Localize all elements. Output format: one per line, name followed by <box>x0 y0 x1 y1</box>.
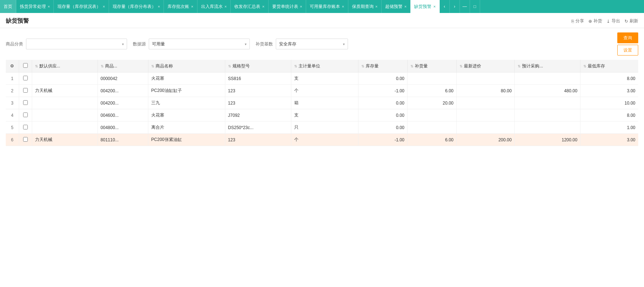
row-goods-code: 004800... <box>97 122 148 134</box>
export-icon: ⤓ <box>606 19 610 24</box>
tab-overstock-close[interactable]: × <box>404 4 406 9</box>
th-replenish[interactable]: ⇅ 补货量 <box>408 60 457 72</box>
tab-stock-dist[interactable]: 现存量（库存分布表） × <box>109 0 164 13</box>
replenish-base-select[interactable]: 安全库存 ▾ <box>276 39 348 49</box>
th-goods-name[interactable]: ⇅ 商品名称 <box>148 60 225 72</box>
row-supplier <box>32 97 97 109</box>
row-est-purchase <box>515 122 580 134</box>
row-replenish: 20.00 <box>408 97 457 109</box>
row-replenish <box>408 122 457 134</box>
table-row: 2 力天机械 004200... PC200油缸缸子 123 个 -1.00 6… <box>6 85 638 97</box>
tab-requisition-close[interactable]: × <box>300 4 302 9</box>
row-checkbox[interactable] <box>23 76 28 80</box>
row-stock: -1.00 <box>358 85 408 97</box>
column-settings-icon[interactable]: ⚙ <box>9 63 16 69</box>
tab-stock-status-close[interactable]: × <box>103 4 105 9</box>
row-replenish <box>408 72 457 85</box>
row-stock: 0.00 <box>358 109 408 122</box>
row-replenish: 6.00 <box>408 85 457 97</box>
row-supplier <box>32 122 97 134</box>
row-checkbox[interactable] <box>23 100 28 105</box>
row-est-purchase <box>515 97 580 109</box>
row-latest-price: 200.00 <box>457 134 515 146</box>
row-unit: 支 <box>291 72 358 85</box>
row-num: 3 <box>6 97 19 109</box>
row-checkbox[interactable] <box>23 125 28 129</box>
row-checkbox[interactable] <box>23 137 28 142</box>
share-button[interactable]: ⎘ 分享 <box>571 18 584 24</box>
row-goods-name: 火花塞 <box>148 109 225 122</box>
row-spec: J7092 <box>225 109 291 122</box>
page-container: 缺货预警 ⎘ 分享 ⊕ 补货 ⤓ 导出 ↻ 刷新 商品分类 <box>0 13 644 287</box>
row-checkbox[interactable] <box>23 88 28 93</box>
select-all-checkbox[interactable] <box>23 63 28 68</box>
row-stock: 0.00 <box>358 72 408 85</box>
row-check <box>19 122 32 134</box>
row-checkbox[interactable] <box>23 112 28 117</box>
datasource-select[interactable]: 可用量 ▾ <box>149 39 250 49</box>
query-button[interactable]: 查询 <box>617 32 638 43</box>
category-select[interactable]: ▾ <box>26 39 127 49</box>
row-supplier <box>32 72 97 85</box>
row-goods-name: PC200油缸缸子 <box>148 85 225 97</box>
tab-requisition[interactable]: 要货单统计表 × <box>269 0 306 13</box>
th-unit[interactable]: ⇅ 主计量单位 <box>291 60 358 72</box>
tab-exception-close[interactable]: × <box>48 4 50 9</box>
row-latest-price <box>457 97 515 109</box>
th-min-stock[interactable]: ⇅ 最低库存 <box>580 60 638 72</box>
th-default-supplier[interactable]: ⇅ 默认供应... <box>32 60 97 72</box>
tab-stock-dist-close[interactable]: × <box>158 4 160 9</box>
tab-shortage[interactable]: 缺货预警 × <box>410 0 439 13</box>
tab-collect-close[interactable]: × <box>262 4 264 9</box>
export-button[interactable]: ⤓ 导出 <box>606 18 620 24</box>
tab-stock-status[interactable]: 现存量（库存状况表） × <box>54 0 109 13</box>
th-stock[interactable]: ⇅ 库存量 <box>358 60 408 72</box>
tab-overstock[interactable]: 超储预警 × <box>382 0 410 13</box>
minimize-btn[interactable]: — <box>460 0 470 13</box>
table-header-row: ⚙ ⇅ 默认供应... ⇅ 商品... <box>6 60 638 72</box>
tab-shortage-close[interactable]: × <box>433 4 435 9</box>
sort-replenish-icon: ⇅ <box>410 64 413 68</box>
th-goods-code[interactable]: ⇅ 商品... <box>97 60 148 72</box>
tab-available[interactable]: 可用量库存账本 × <box>306 0 348 13</box>
th-est-purchase[interactable]: ⇅ 预计采购... <box>515 60 580 72</box>
row-min-stock: 3.00 <box>580 134 638 146</box>
tab-exception[interactable]: 拣货异常处理 × <box>16 0 54 13</box>
row-num: 5 <box>6 122 19 134</box>
header-actions: ⎘ 分享 ⊕ 补货 ⤓ 导出 ↻ 刷新 <box>571 18 638 24</box>
row-stock: -1.00 <box>358 134 408 146</box>
tab-home[interactable]: 首页 <box>0 0 16 13</box>
th-gear: ⚙ <box>6 60 19 72</box>
sort-goods-code-icon: ⇅ <box>101 64 104 68</box>
filter-actions: 查询 设置 <box>617 32 638 56</box>
row-stock: 0.00 <box>358 122 408 134</box>
tab-batch[interactable]: 库存批次账 × <box>164 0 197 13</box>
row-num: 1 <box>6 72 19 85</box>
th-latest-price[interactable]: ⇅ 最新进价 <box>457 60 515 72</box>
row-goods-name: 火花塞 <box>148 72 225 85</box>
sort-stock-icon: ⇅ <box>361 64 364 68</box>
replenish-button[interactable]: ⊕ 补货 <box>588 18 602 24</box>
row-num: 6 <box>6 134 19 146</box>
table-row: 4 004600... 火花塞 J7092 支 0.00 8.00 <box>6 109 638 122</box>
settings-button[interactable]: 设置 <box>617 45 638 56</box>
refresh-button[interactable]: ↻ 刷新 <box>625 18 638 24</box>
tab-available-close[interactable]: × <box>342 4 344 9</box>
tab-expiry-close[interactable]: × <box>375 4 378 9</box>
tab-batch-close[interactable]: × <box>191 4 193 9</box>
row-min-stock: 3.00 <box>580 85 638 97</box>
tab-prev-btn[interactable]: ‹ <box>440 0 450 13</box>
tab-expiry[interactable]: 保质期查询 × <box>348 0 382 13</box>
row-goods-name: 三九 <box>148 97 225 109</box>
row-unit: 箱 <box>291 97 358 109</box>
tab-collect[interactable]: 收发存汇总表 × <box>231 0 268 13</box>
datasource-value: 可用量 <box>152 41 165 47</box>
th-spec[interactable]: ⇅ 规格型号 <box>225 60 291 72</box>
tab-inout-flow-close[interactable]: × <box>225 4 227 9</box>
tab-inout-flow[interactable]: 出入库流水 × <box>197 0 231 13</box>
tab-next-btn[interactable]: › <box>450 0 460 13</box>
row-latest-price <box>457 122 515 134</box>
maximize-btn[interactable]: □ <box>470 0 480 13</box>
refresh-icon: ↻ <box>625 19 628 24</box>
row-min-stock: 10.00 <box>580 97 638 109</box>
